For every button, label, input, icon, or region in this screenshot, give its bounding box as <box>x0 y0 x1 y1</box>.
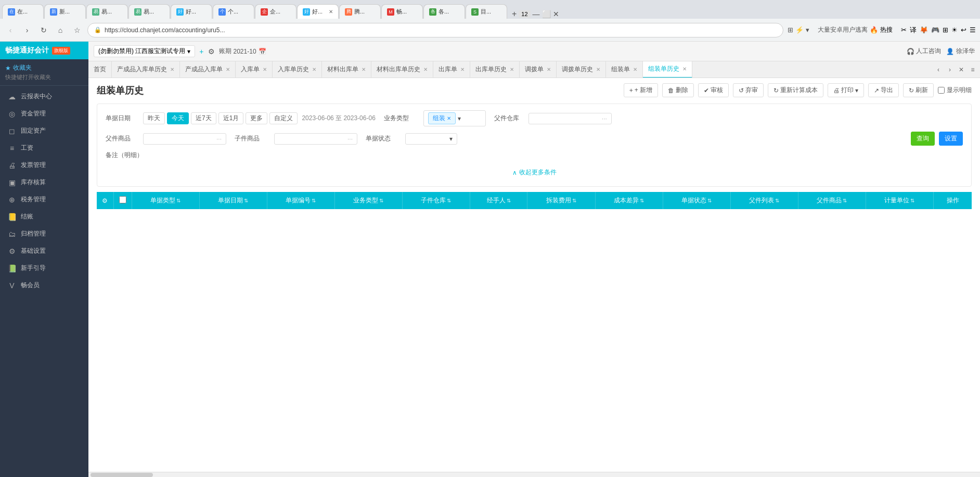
browser-tab-t2[interactable]: 新 新... <box>44 4 86 19</box>
home-btn[interactable]: ⌂ <box>54 24 67 36</box>
more-icon[interactable]: ··· <box>602 115 607 122</box>
page-tab-out-history[interactable]: 出库单历史 ✕ <box>470 61 520 78</box>
col-disassemble-cost[interactable]: 拆装费用 ⇅ <box>527 192 595 209</box>
col-order-date[interactable]: 单据日期 ⇅ <box>199 192 267 209</box>
yesterday-btn[interactable]: 昨天 <box>143 112 165 124</box>
browser-tab-t4[interactable]: 易 易... <box>128 4 170 19</box>
page-tab-close-btn[interactable]: ✕ <box>423 67 428 72</box>
browser-tab-t8[interactable]: 好 好... ✕ <box>297 4 339 19</box>
page-tab-transfer[interactable]: 调拨单 ✕ <box>520 61 557 78</box>
scissors-icon[interactable]: ✂ <box>901 26 907 34</box>
add-company-btn[interactable]: + <box>199 47 203 56</box>
page-tab-in-history[interactable]: 入库单历史 ✕ <box>273 61 322 78</box>
page-tab-close-btn[interactable]: ✕ <box>263 67 267 72</box>
print-btn[interactable]: 🖨 打印 ▾ <box>828 83 864 97</box>
col-handler[interactable]: 经手人 ⇅ <box>470 192 527 209</box>
col-settings[interactable]: ⚙ <box>97 192 113 209</box>
bookmark-btn[interactable]: ☆ <box>71 24 83 36</box>
col-order-no[interactable]: 单据编号 ⇅ <box>267 192 334 209</box>
expand-icon[interactable]: ▾ <box>806 26 809 34</box>
page-tab-assemble-history[interactable]: 组装单历史 ✕ <box>643 61 692 78</box>
sidebar-item-vip[interactable]: V 畅会员 <box>0 277 88 294</box>
reload-btn[interactable]: ↻ <box>37 24 50 36</box>
page-tab-in-order[interactable]: 入库单 ✕ <box>236 61 273 78</box>
today-btn[interactable]: 今天 <box>167 112 189 124</box>
browser-tab-t9[interactable]: 腾 腾... <box>339 4 381 19</box>
tabs-scroll-right-btn[interactable]: › <box>945 65 955 75</box>
scroll-thumb[interactable] <box>91 473 153 477</box>
more-icon[interactable]: ··· <box>347 135 353 143</box>
col-unit[interactable]: 计量单位 ⇅ <box>866 192 933 209</box>
page-tab-material-out[interactable]: 材料出库单 ✕ <box>322 61 371 78</box>
parent-warehouse-input[interactable]: ··· <box>528 113 612 124</box>
col-cost-diff[interactable]: 成本差异 ⇅ <box>595 192 663 209</box>
lightning-icon[interactable]: ⚡ <box>795 26 804 34</box>
company-settings-icon[interactable]: ⚙ <box>208 47 215 56</box>
page-tab-transfer-history[interactable]: 调拨单历史 ✕ <box>557 61 606 78</box>
maximize-btn[interactable]: ⬜ <box>542 10 551 18</box>
filter-settings-btn[interactable]: 设置 <box>939 132 963 146</box>
browser-tab-t1[interactable]: 在 在... <box>2 4 44 19</box>
show-detail-checkbox[interactable]: 显示明细 <box>938 86 972 95</box>
page-tab-assemble[interactable]: 组装单 ✕ <box>606 61 643 78</box>
sidebar-item-salary[interactable]: ≡ 工资 <box>0 139 88 157</box>
url-bar[interactable]: 🔒 https://cloud.chanjet.com/accounting/u… <box>87 23 783 37</box>
page-tab-close-btn[interactable]: ✕ <box>170 67 174 72</box>
user-info[interactable]: 👤 徐泽华 <box>946 47 975 56</box>
sidebar-item-fixed-assets[interactable]: ◻ 固定资产 <box>0 122 88 139</box>
delete-btn[interactable]: 🗑 删除 <box>662 83 694 97</box>
sidebar-item-account[interactable]: 📒 结账 <box>0 208 88 225</box>
horizontal-scrollbar[interactable] <box>88 472 980 477</box>
page-tab-close-btn[interactable]: ✕ <box>633 67 637 72</box>
recalc-btn[interactable]: ↻ 重新计算成本 <box>768 83 823 97</box>
tabs-more-btn[interactable]: ≡ <box>968 65 978 75</box>
browser-tab-t10[interactable]: M 畅... <box>381 4 423 19</box>
col-parent-goods[interactable]: 父件商品 ⇅ <box>798 192 866 209</box>
col-order-status[interactable]: 单据状态 ⇅ <box>663 192 730 209</box>
emoji-icon[interactable]: 🦊 <box>920 26 928 34</box>
hot-search-bar[interactable]: 大量安卓用户逃离 🔥 热搜 <box>814 24 897 35</box>
favorites-btn[interactable]: ★ 收藏夹 <box>5 63 83 72</box>
close-btn[interactable]: ✕ <box>553 10 559 18</box>
page-tab-close-btn[interactable]: ✕ <box>547 67 551 72</box>
col-parent-list[interactable]: 父件列表 ⇅ <box>730 192 798 209</box>
custom-btn[interactable]: 自定义 <box>269 112 298 124</box>
brightness-icon[interactable]: ☀ <box>951 26 958 34</box>
sidebar-item-tax[interactable]: ⊕ 税务管理 <box>0 191 88 208</box>
page-tab-close-btn[interactable]: ✕ <box>362 67 366 72</box>
sidebar-item-settings[interactable]: ⚙ 基础设置 <box>0 242 88 260</box>
col-child-warehouse[interactable]: 子件仓库 ⇅ <box>402 192 470 209</box>
page-tab-close-btn[interactable]: ✕ <box>682 66 687 72</box>
page-tab-home[interactable]: 首页 <box>88 61 112 78</box>
page-tab-close-btn[interactable]: ✕ <box>312 67 316 72</box>
audit-btn[interactable]: ✔ 审核 <box>698 83 729 97</box>
abandon-btn[interactable]: ↺ 弃审 <box>733 83 764 97</box>
gamepad-icon[interactable]: 🎮 <box>931 26 939 34</box>
browser-tab-t11[interactable]: 各 各... <box>423 4 465 19</box>
page-tab-close-btn[interactable]: ✕ <box>460 67 465 72</box>
col-business-type[interactable]: 业务类型 ⇅ <box>334 192 402 209</box>
page-tab-out[interactable]: 出库单 ✕ <box>433 61 470 78</box>
browser-tab-t5[interactable]: 好 好... <box>171 4 212 19</box>
child-goods-input[interactable]: ··· <box>274 133 357 145</box>
browser-tab-t6[interactable]: 个 个... <box>213 4 254 19</box>
sidebar-item-cloud-report[interactable]: ☁ 云报表中心 <box>0 88 88 105</box>
col-order-type[interactable]: 单据类型 ⇅ <box>132 192 199 209</box>
sidebar-item-fund[interactable]: ◎ 资金管理 <box>0 105 88 122</box>
page-tab-material-out-history[interactable]: 材料出库单历史 ✕ <box>371 61 433 78</box>
refresh-btn[interactable]: ↻ 刷新 <box>903 83 934 97</box>
sidebar-item-inventory[interactable]: ▣ 库存核算 <box>0 174 88 191</box>
parent-goods-input[interactable]: ··· <box>143 133 226 145</box>
tab-count-badge[interactable]: 12 <box>519 10 530 18</box>
translate-icon[interactable]: 译 <box>910 25 917 35</box>
page-tab-close-btn[interactable]: ✕ <box>510 67 514 72</box>
minimize-btn[interactable]: — <box>533 10 540 18</box>
browser-tab-t3[interactable]: 易 易... <box>86 4 128 19</box>
page-tab-close-btn[interactable]: ✕ <box>596 67 600 72</box>
browser-tab-t7[interactable]: 企 企... <box>255 4 296 19</box>
col-checkbox[interactable] <box>113 192 132 209</box>
tabs-close-btn[interactable]: ✕ <box>956 65 966 75</box>
sidebar-item-archive[interactable]: 🗂 归档管理 <box>0 225 88 242</box>
forward-btn[interactable]: › <box>21 24 33 36</box>
select-all-checkbox[interactable] <box>119 196 126 203</box>
